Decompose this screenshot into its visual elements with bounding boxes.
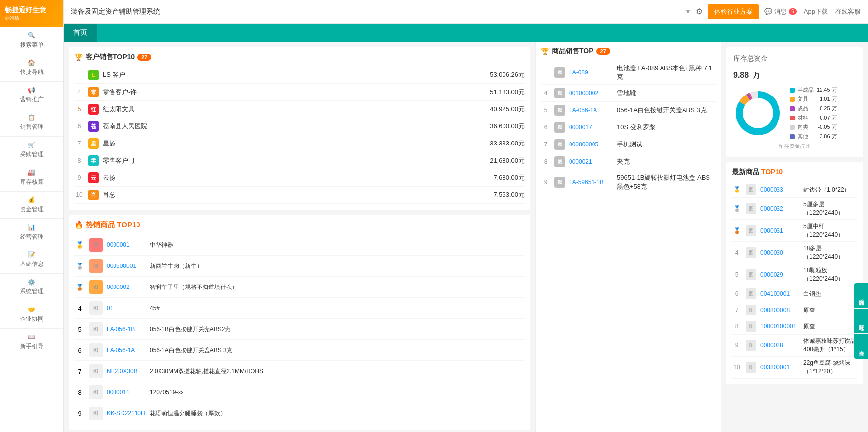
marketing-icon: 📢: [28, 87, 35, 94]
customer-service-float: 客服热线 服务社区 直播: [854, 283, 868, 359]
new-name: 封边带（1.0*22）: [803, 186, 857, 194]
new-code: 0000028: [760, 342, 799, 349]
sidebar-label: 新手引导: [20, 342, 44, 351]
dropdown-chevron-icon[interactable]: ▼: [685, 8, 691, 15]
online-service[interactable]: 在线客服: [835, 7, 861, 16]
hot-name: 智利车子里（规格不知道填什么）: [150, 283, 525, 291]
hot-img: 图: [89, 238, 103, 252]
hot-rank: 🥈: [74, 263, 85, 270]
sidebar-item-purchase[interactable]: 🛒 采购管理: [0, 137, 63, 164]
message-area[interactable]: 💬 消息 6: [764, 7, 797, 16]
new-icon: 图: [746, 225, 756, 236]
rank-badge: 云: [88, 172, 99, 183]
sidebar-item-sales[interactable]: 📋 销售管理: [0, 109, 63, 137]
hot-code: NB2.0X30B: [107, 368, 146, 375]
rank-num: 6: [74, 123, 84, 130]
rank-badge: L: [88, 70, 99, 80]
new-item: 🥇 图 0000033 封边带（1.0*22）: [732, 182, 857, 198]
rank-num: 7: [74, 140, 84, 147]
rank-item: 5 图 LA-056-1A 056-1A白色按键开关盖ABS 3克: [541, 102, 716, 119]
hot-rank: 6: [74, 347, 85, 354]
hot-item: 🥉 图 0000002 智利车子里（规格不知道填什么）: [74, 277, 525, 298]
new-icon: 图: [746, 340, 756, 351]
app-download[interactable]: App下载: [804, 7, 828, 16]
new-item: 8 图 10000100001 原奎: [732, 318, 857, 335]
sidebar-item-system[interactable]: ⚙️ 系统管理: [0, 274, 63, 301]
rank-item: 9 图 LA-59651-1B 59651-1B旋转投影灯电池盒 ABS黑色+5…: [541, 170, 716, 194]
sidebar-item-search-menu[interactable]: 🔍 搜索菜单: [0, 27, 63, 54]
sidebar-item-enterprise[interactable]: 🤝 企业协同: [0, 301, 63, 329]
hot-name: 056-1A白色按键开关盖ABS 3克: [150, 346, 525, 355]
goods-name: 雪地靴: [617, 89, 716, 97]
hot-rank: 5: [74, 326, 85, 333]
legend-item-finished: 成品 0.25 万: [790, 105, 837, 112]
hot-img: 图: [89, 407, 103, 420]
rank-item: 8 图 0000021 夹克: [541, 153, 716, 170]
new-code: 003800001: [760, 364, 799, 371]
legend-value: -0.05 万: [818, 123, 837, 131]
sidebar-item-base[interactable]: 📝 基础信息: [0, 246, 63, 274]
finance-icon: 💰: [28, 196, 35, 203]
tab-home[interactable]: 首页: [64, 24, 97, 42]
legend-dot: [790, 125, 795, 130]
legend-label: 文具: [798, 96, 808, 103]
inventory-value: 9.88: [733, 71, 749, 79]
system-name: 装备及固定资产辅助管理系统: [71, 7, 680, 16]
sidebar-label: 基础信息: [20, 260, 44, 268]
cs-hotline-button[interactable]: 客服热线: [854, 283, 868, 308]
rank-item: 6 苍 苍南县人民医院 36,600.00元: [74, 118, 525, 135]
inventory-title: 库存总资金: [733, 54, 856, 63]
hot-img: 图: [89, 343, 103, 357]
rank-name: 云扬: [103, 173, 489, 182]
cs-community-button[interactable]: 服务社区: [854, 309, 868, 333]
period-badge: 27: [137, 54, 151, 61]
hot-code: LA-056-1A: [107, 347, 146, 354]
sidebar-item-finance[interactable]: 💰 资金管理: [0, 192, 63, 219]
settings-gear-icon[interactable]: ⚙: [696, 7, 703, 16]
rank-num: 4: [541, 90, 550, 96]
message-icon: 💬: [764, 8, 772, 15]
sidebar-label: 企业协同: [20, 315, 44, 323]
new-item: 10 图 003800001 22g鱼豆腐-烧烤味（1*12*20）: [732, 357, 857, 379]
hot-rank: 🥇: [74, 241, 85, 249]
legend-item-meat: 肉类 -0.05 万: [790, 123, 837, 131]
new-products-card: 最新商品 TOP10 🥇 图 0000033 封边带（1.0*22） 🥈 图 0…: [726, 162, 863, 384]
legend-label: 材料: [798, 114, 808, 121]
hot-name: 12070519-xs: [150, 389, 525, 396]
hot-item: 🥇 图 0000001 中华神器: [74, 235, 525, 256]
legend-label: 半成品: [798, 86, 814, 94]
sidebar-item-operations[interactable]: 📊 经营管理: [0, 219, 63, 246]
search-icon: 🔍: [28, 32, 35, 39]
rank-name: 红太阳文具: [103, 105, 486, 114]
sidebar-item-quick-nav[interactable]: 🏠 快捷导航: [0, 54, 63, 82]
new-rank: 8: [732, 323, 742, 330]
hot-code: 0000011: [107, 389, 146, 396]
rank-item: 9 云 云扬 7,680.00元: [74, 169, 525, 187]
sidebar-item-newbie[interactable]: 📖 新手引导: [0, 329, 63, 356]
operations-icon: 📊: [28, 224, 35, 231]
goods-code: 0000021: [569, 158, 613, 165]
content-area: 🏆 客户销售TOP10 27 L LS 客户 53,006.26元 4 零 零售…: [64, 42, 868, 432]
cs-live-button[interactable]: 直播: [854, 334, 868, 359]
rank-item: L LS 客户 53,006.26元: [74, 67, 525, 84]
goods-code: LA-59651-1B: [569, 179, 613, 186]
message-label: 消息: [774, 7, 787, 16]
rank-badge: 星: [88, 138, 99, 149]
legend-label: 成品: [798, 105, 808, 112]
goods-code: LA-089: [569, 69, 613, 76]
new-name: 原奎: [803, 306, 857, 314]
goods-name: 电池盖 LA-089 ABS本色+黑种 7.1克: [617, 64, 716, 81]
sidebar-item-marketing[interactable]: 📢 营销推广: [0, 82, 63, 109]
customer-rank-list: L LS 客户 53,006.26元 4 零 零售客户-许 51,183.00元…: [74, 67, 525, 204]
legend-value: 1.01 万: [820, 96, 837, 103]
sidebar-label: 经营管理: [20, 233, 44, 241]
new-icon: 图: [746, 203, 756, 214]
sidebar-item-inventory[interactable]: 🏭 库存核算: [0, 164, 63, 192]
new-name: 5厘中纤（1220*2440）: [803, 222, 857, 239]
rank-item: 4 图 001000002 雪地靴: [541, 85, 716, 102]
rank-name: 零售客户-许: [103, 88, 486, 96]
rank-item: 7 星 星扬 33,333.00元: [74, 135, 525, 152]
hot-name: 花语萌恒温分腿睡袋（厚款）: [150, 409, 525, 418]
trial-button[interactable]: 体验行业方案: [708, 4, 759, 19]
hot-item: 8 图 0000011 12070519-xs: [74, 382, 525, 403]
